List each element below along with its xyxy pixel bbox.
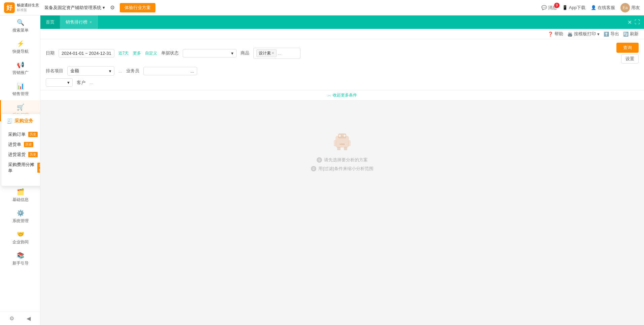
salesperson-dots: ... (190, 69, 194, 74)
sidebar-item-base[interactable]: 🗂️ 基础信息 (0, 185, 40, 206)
popup-item-return[interactable]: 进货退货 历史 (7, 150, 40, 160)
sidebar-item-quick-nav[interactable]: ⚡ 快捷导航 (0, 37, 40, 58)
app-download-btn[interactable]: 📱 App下载 (562, 5, 585, 11)
popup-item-po[interactable]: 采购订单 历史 (7, 129, 40, 139)
print-icon: 🖨️ (567, 32, 573, 37)
rank-select[interactable]: 金额 ▾ (67, 66, 114, 76)
date-label: 日期 (46, 50, 55, 56)
logo-badge: 标准版 (17, 8, 39, 12)
logo-name: 畅捷通好生意 (17, 3, 39, 7)
goods-tag-text: 设计素 (259, 50, 271, 56)
help-icon: ❓ (548, 32, 553, 37)
logo-area: 好 畅捷通好生意 标准版 (4, 2, 44, 13)
receipt-label: 进货单 (8, 141, 21, 148)
search-btn[interactable]: 查询 (616, 43, 639, 53)
date-shortcut-more[interactable]: 更多 (133, 50, 141, 56)
goods-tag-close[interactable]: × (272, 51, 274, 55)
avatar: Ea (620, 3, 630, 12)
sidebar-label-quick-nav: 快捷导航 (12, 49, 29, 54)
salesperson-select[interactable]: ... (143, 67, 197, 75)
popup-item-receipt[interactable]: 进货单 历史 (7, 139, 40, 150)
popup-col-purchase: 🧾 采购业务 采购订单 历史 进货单 历史 进货退货 (7, 118, 40, 182)
user-btn[interactable]: Ea 用友 (620, 3, 640, 12)
message-btn[interactable]: 💬 消息 9 (541, 5, 557, 11)
svg-point-3 (344, 135, 346, 137)
return-label: 进货退货 (8, 152, 26, 158)
refresh-label: 刷新 (630, 31, 639, 37)
sidebar-label-search: 搜索菜单 (12, 28, 29, 33)
popup-col-purchase-title: 🧾 采购业务 (7, 118, 40, 126)
sidebar-item-newbie[interactable]: 📚 新手引导 (0, 248, 40, 270)
base-icon: 🗂️ (17, 188, 24, 196)
sidebar-bottom: ⚙ ◀ (0, 312, 40, 325)
tab-home[interactable]: 首页 (40, 15, 60, 29)
empty-text-2: 用[过滤]条件来缩小分析范围 (318, 166, 373, 172)
svg-rect-4 (339, 144, 345, 145)
sidebar-item-marketing[interactable]: 📢 营销推广 (0, 58, 40, 79)
tab-close-btn[interactable]: ✕ (628, 19, 632, 26)
message-badge: 9 (554, 3, 560, 8)
filter-toolbar: ❓ 帮助 🖨️ 按模板打印 ▾ ⬆️ 导出 🔄 刷新 (40, 29, 644, 39)
date-range-picker[interactable]: 2024-01-01 ~ 2024-12-31 (59, 49, 114, 57)
goods-select[interactable]: 设计素 × ... (253, 48, 300, 59)
app-body: 🔍 搜索菜单 ⚡ 快捷导航 📢 营销推广 📊 销售管理 🛒 采购管理 🧾 (0, 15, 644, 325)
tab-bar-right: ✕ ⛶ (628, 15, 644, 29)
print-chevron[interactable]: ▾ (597, 32, 600, 37)
date-shortcut-custom[interactable]: 自定义 (145, 50, 157, 56)
po-label: 采购订单 (8, 131, 26, 137)
purchase-col-icon: 🧾 (7, 118, 12, 124)
svg-rect-6 (348, 140, 351, 146)
tab-sales-rank-close[interactable]: × (90, 20, 92, 25)
voucher-status-chevron: ▾ (231, 51, 234, 56)
popup-item-cost[interactable]: 采购费用分摊单 历史 (7, 160, 40, 176)
nav-right: 💬 消息 9 📱 App下载 👤 在线客服 Ea 用友 (541, 3, 640, 12)
tab-expand-btn[interactable]: ⛶ (635, 19, 640, 25)
filter-row-1: 日期 2024-01-01 ~ 2024-12-31 近7天 更多 自定义 单据… (46, 43, 639, 64)
export-action[interactable]: ⬆️ 导出 (604, 31, 619, 37)
phone-icon: 📱 (562, 5, 568, 10)
setting-btn[interactable]: 设置 (621, 54, 639, 64)
sidebar-item-search[interactable]: 🔍 搜索菜单 (0, 15, 40, 37)
sidebar-item-sales[interactable]: 📊 销售管理 (0, 79, 40, 100)
voucher-status-select[interactable]: ▾ (183, 49, 237, 57)
sidebar-item-purchase[interactable]: 🛒 采购管理 🧾 采购业务 采购订单 历史 (0, 100, 40, 121)
settings-icon-btn[interactable]: ⚙ (108, 3, 117, 12)
print-label: 按模板打印 (574, 31, 596, 37)
empty-state: ① 请先选择要分析的方案 ② 用[过滤]条件来缩小分析范围 (40, 100, 644, 199)
sidebar-settings-btn[interactable]: ⚙ (9, 315, 14, 322)
filter-row-2: 排名项目 金额 ▾ ... 业务员 ... (46, 66, 639, 76)
goods-dots[interactable]: ... (278, 51, 282, 56)
help-action[interactable]: ❓ 帮助 (548, 31, 563, 37)
sidebar-label-newbie: 新手引导 (12, 260, 29, 266)
empty-illustration (329, 127, 356, 154)
service-icon: 👤 (591, 5, 596, 10)
content-scroll: ❓ 帮助 🖨️ 按模板打印 ▾ ⬆️ 导出 🔄 刷新 (40, 29, 644, 325)
refresh-action[interactable]: 🔄 刷新 (623, 31, 639, 37)
help-label: 帮助 (554, 31, 563, 37)
tab-sales-rank[interactable]: 销售排行榜 × (60, 15, 98, 29)
hint-num-2: ② (311, 166, 316, 171)
customer-dots[interactable]: ... (90, 80, 93, 85)
receipt-history-tag: 历史 (24, 142, 33, 147)
sidebar-collapse-btn[interactable]: ◀ (27, 315, 31, 322)
empty-text-1: 请先选择要分析的方案 (324, 157, 368, 163)
system-title-chevron[interactable]: ▾ (103, 5, 105, 10)
customer-row-select[interactable]: ▾ (46, 78, 73, 87)
tab-sales-rank-label: 销售排行榜 (66, 19, 87, 25)
goods-label: 商品 (241, 50, 249, 56)
rank-chevron: ▾ (109, 69, 111, 74)
print-action[interactable]: 🖨️ 按模板打印 ▾ (567, 31, 600, 37)
collapse-bar[interactable]: ︿ 收起更多条件 (40, 90, 644, 100)
sidebar-label-coop: 企业协同 (12, 239, 29, 245)
sidebar-item-system[interactable]: ⚙️ 系统管理 (0, 206, 40, 227)
sidebar-item-coop[interactable]: 🤝 企业协同 (0, 227, 40, 248)
date-shortcut-7d[interactable]: 近7天 (118, 50, 129, 56)
system-title-text: 装备及固定资产辅助管理系统 (44, 5, 101, 11)
return-history-tag: 历史 (28, 152, 38, 157)
online-service-btn[interactable]: 👤 在线客服 (591, 5, 615, 11)
online-service-label: 在线客服 (598, 5, 615, 11)
industry-btn[interactable]: 体验行业方案 (120, 3, 155, 12)
collapse-label: 收起更多条件 (333, 92, 357, 98)
rank-dots[interactable]: ... (118, 69, 122, 74)
cost-history-tag: 历史 (37, 163, 40, 173)
